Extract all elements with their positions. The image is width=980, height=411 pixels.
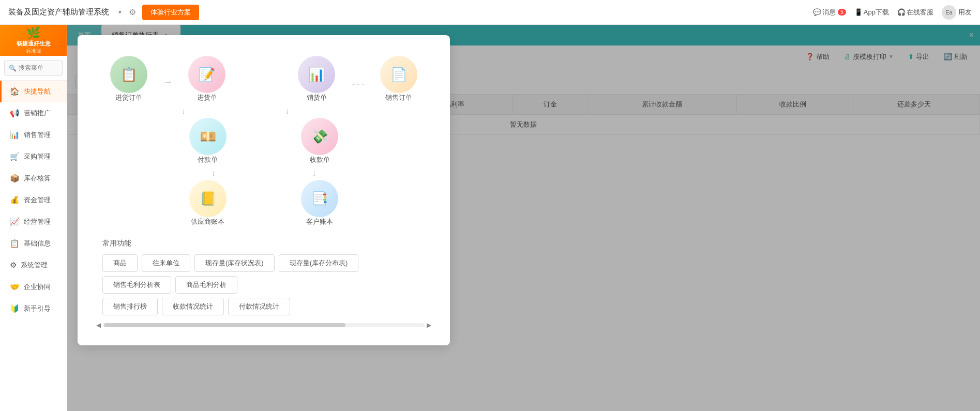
flow-item-purchase-order: 📋 进货订单 (110, 56, 147, 102)
modal-scrollbar-track[interactable] (103, 323, 425, 327)
spacer-po (115, 106, 153, 116)
sidebar-label-system: 系统管理 (21, 261, 48, 270)
func-btn-sales-margin[interactable]: 销售毛利分析表 (102, 276, 171, 294)
purchase-bill-label: 进货单 (197, 93, 217, 102)
sidebar-item-sales[interactable]: 📊 销售管理 (0, 124, 67, 146)
search-menu-button[interactable]: 🔍 搜索菜单 (4, 60, 63, 76)
sp3-5 (378, 169, 415, 178)
customer-ledger-icon: 📑 (311, 191, 328, 207)
home-icon: 🏠 (10, 87, 20, 96)
sales-order-circle[interactable]: 📄 (380, 56, 417, 93)
user-area[interactable]: Ea 用友 (942, 5, 972, 20)
spacer-mid (215, 106, 256, 116)
func-btn-sales-rank[interactable]: 销售排行榜 (102, 298, 158, 315)
sidebar-item-system[interactable]: ⚙ 系统管理 (0, 254, 67, 276)
scrollbar-right-arrow[interactable]: ▶ (425, 322, 433, 329)
sidebar-item-marketing[interactable]: 📢 营销推广 (0, 102, 67, 124)
flow-arrows-down-1: ↓ ↓ (102, 106, 425, 116)
sidebar-item-basic-info[interactable]: 📋 基础信息 (0, 233, 67, 254)
purchase-bill-circle[interactable]: 📝 (188, 56, 225, 93)
flow-item-payment: 💴 付款单 (189, 118, 227, 164)
modal-scrollbar-row: ◀ ▶ (94, 322, 433, 329)
customer-ledger-circle[interactable]: 📑 (301, 180, 338, 217)
sp3-4 (338, 169, 359, 178)
sales-bill-circle[interactable]: 📊 (298, 56, 335, 93)
sidebar-search: 🔍 搜索菜单 (0, 56, 67, 81)
receipt-icon: 💸 (311, 129, 328, 145)
basic-info-icon: 📋 (10, 239, 20, 248)
scrollbar-left-arrow[interactable]: ◀ (94, 322, 103, 329)
flow-row-1: 📋 进货订单 → 📝 进货单 (102, 56, 425, 102)
app-download-btn[interactable]: 📱 App下载 (854, 8, 889, 17)
purchase-bill-icon: 📝 (199, 67, 215, 83)
sidebar-label-inventory: 库存核算 (24, 174, 51, 183)
system-icon: ⚙ (10, 261, 17, 270)
customer-ledger-label: 客户账本 (306, 217, 333, 226)
arrow-right-1: → (163, 76, 173, 88)
system-dropdown-icon[interactable]: ▼ (117, 9, 123, 15)
spacer-so (318, 106, 355, 116)
phone-icon: 📱 (854, 8, 863, 16)
flow-item-receipt: 💸 收款单 (301, 118, 338, 164)
sidebar-item-purchase[interactable]: 🛒 采购管理 (0, 146, 67, 168)
sidebar: 🌿 畅捷通好生意 标准版 🔍 搜索菜单 🏠 快捷导航 📢 营销推广 (0, 25, 67, 411)
sidebar-item-enterprise[interactable]: 🤝 企业协同 (0, 276, 67, 298)
app-download-label: App下载 (864, 8, 889, 17)
supplier-ledger-circle[interactable]: 📒 (189, 180, 227, 217)
func-btn-payment-stat[interactable]: 付款情况统计 (228, 298, 290, 315)
sp3-3 (238, 169, 290, 178)
func-btn-stock-status[interactable]: 现存量(库存状况表) (194, 254, 275, 272)
flow-modal-overlay[interactable]: 📋 进货订单 → 📝 进货单 (67, 25, 980, 411)
flow-item-sales-bill: 📊 销货单 (298, 56, 335, 102)
avatar: Ea (942, 5, 956, 20)
system-title: 装备及固定资产辅助管理系统 (8, 7, 109, 17)
message-label: 消息 (822, 8, 836, 17)
settings-icon[interactable]: ⚙ (129, 7, 136, 17)
enterprise-icon: 🤝 (10, 282, 20, 292)
sidebar-label-operation: 经营管理 (24, 217, 51, 226)
sidebar-logo: 🌿 畅捷通好生意 标准版 (0, 25, 67, 56)
flow-section: 📋 进货订单 → 📝 进货单 (90, 48, 438, 235)
sidebar-label-enterprise: 企业协同 (24, 282, 51, 292)
online-service-btn[interactable]: 🎧 在线客服 (897, 8, 933, 17)
supplier-ledger-icon: 📒 (200, 191, 216, 207)
down-arrow-purchase: ↓ (178, 106, 189, 116)
sidebar-item-operation[interactable]: 📈 经营管理 (0, 211, 67, 233)
experience-button[interactable]: 体验行业方案 (142, 5, 199, 20)
flow-row-3: 📒 供应商账本 📑 客户账本 (102, 180, 425, 226)
top-bar-right: 💬 消息 5 📱 App下载 🎧 在线客服 Ea 用友 (813, 5, 972, 20)
flow-item-sales-order: 📄 销售订单 (380, 56, 417, 102)
func-btn-partner[interactable]: 往来单位 (142, 254, 190, 272)
func-btn-goods-margin[interactable]: 商品毛利分析 (175, 276, 237, 294)
sidebar-item-inventory[interactable]: 📦 库存核算 (0, 168, 67, 189)
payment-circle[interactable]: 💴 (189, 118, 227, 155)
inventory-icon: 📦 (10, 174, 20, 183)
logo-name: 畅捷通好生意 (17, 40, 51, 48)
message-badge: 5 (838, 9, 846, 16)
flow-item-supplier-ledger: 📒 供应商账本 (189, 180, 227, 226)
logo-subtitle: 标准版 (26, 48, 41, 55)
sidebar-item-quick-nav[interactable]: 🏠 快捷导航 (0, 81, 67, 102)
func-btn-stock-dist[interactable]: 现存量(库存分布表) (279, 254, 359, 272)
receipt-circle[interactable]: 💸 (301, 118, 338, 155)
newbie-icon: 🔰 (10, 304, 20, 313)
sales-bill-label: 销货单 (307, 93, 327, 102)
sidebar-item-finance[interactable]: 💰 资金管理 (0, 189, 67, 211)
down-arrow-receipt: ↓ (309, 169, 319, 178)
modal-scrollbar-thumb (104, 323, 345, 327)
flow-arrows-down-2: ↓ ↓ (102, 169, 425, 178)
finance-icon: 💰 (10, 195, 20, 205)
purchase-order-circle[interactable]: 📋 (110, 56, 147, 93)
sidebar-label-quick-nav: 快捷导航 (24, 87, 51, 96)
purchase-icon: 🛒 (10, 152, 20, 161)
purchase-order-label: 进货订单 (115, 93, 142, 102)
supplier-ledger-label: 供应商账本 (191, 217, 224, 226)
receipt-label: 收款单 (310, 155, 330, 164)
func-btn-receipt-stat[interactable]: 收款情况统计 (162, 298, 224, 315)
spacer-arr (381, 106, 412, 116)
func-buttons-row-2: 销售排行榜 收款情况统计 付款情况统计 (102, 298, 425, 315)
message-btn[interactable]: 💬 消息 5 (813, 8, 846, 17)
down-arrow-payment: ↓ (208, 169, 219, 178)
func-btn-goods[interactable]: 商品 (102, 254, 138, 272)
sidebar-item-newbie[interactable]: 🔰 新手引导 (0, 298, 67, 319)
